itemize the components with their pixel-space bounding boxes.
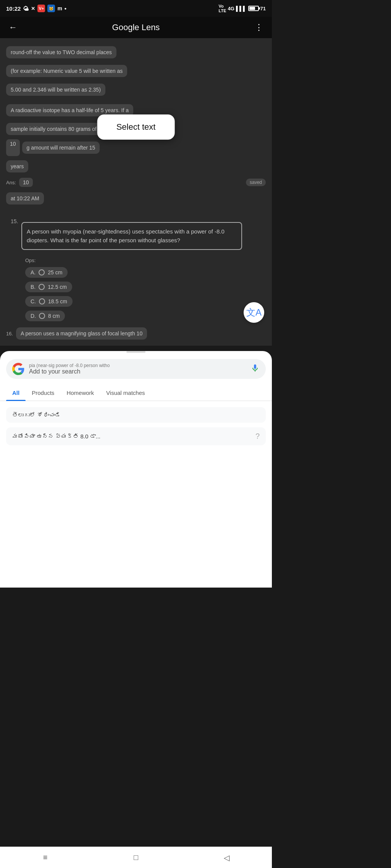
time-display: 10:22 xyxy=(6,5,21,12)
option-b-radio xyxy=(39,284,45,290)
chat-line-2: (for example: Numeric value 5 will be wr… xyxy=(6,63,266,79)
option-a-text: 25 cm xyxy=(48,269,62,275)
option-b-row: B. 12.5 cm xyxy=(25,282,266,292)
translate-icon: 文A xyxy=(246,306,262,319)
option-c-label: C. xyxy=(31,298,36,304)
tab-homework[interactable]: Homework xyxy=(60,385,100,401)
q16-text: A person uses a magnifying glass of foca… xyxy=(16,327,147,340)
bubble-2: (for example: Numeric value 5 will be wr… xyxy=(6,65,127,77)
q16-number: 16. xyxy=(6,331,13,337)
result-text-1: తెలుగులో శోధించండి xyxy=(12,412,260,418)
option-d-text: 8 cm xyxy=(48,313,60,319)
question-16-row: 16. A person uses a magnifying glass of … xyxy=(6,325,266,342)
option-c-text: 18.5 cm xyxy=(48,298,67,304)
result-row-2[interactable]: మయోపియా ఉన్న వ్యక్తి 8.0 డా... ? xyxy=(6,427,266,445)
options-section: Ops: A. 25 cm B. 12.5 cm C. 18.5 cm xyxy=(25,258,266,321)
tab-all[interactable]: All xyxy=(6,385,26,401)
mic-button[interactable] xyxy=(250,364,260,374)
network-label: 4G xyxy=(228,6,234,11)
bubble-1: round-off the value to TWO decimal place… xyxy=(6,46,116,58)
result-row-1[interactable]: తెలుగులో శోధించండి xyxy=(6,407,266,423)
select-text-label: Select text xyxy=(116,122,156,132)
bubble-6: g amount will remain after 15 xyxy=(22,142,100,154)
num-bubble-1: 10 xyxy=(6,139,20,156)
option-d: D. 8 cm xyxy=(25,311,65,321)
result-text-2: మయోపియా ఉన్న వ్యక్తి 8.0 డా... xyxy=(12,433,249,440)
triangle-icon: ◁ xyxy=(224,853,229,862)
x-icon: ✕ xyxy=(31,6,35,11)
question-15-row: 15. A person with myopia (near-sightedne… xyxy=(6,218,266,254)
notification-icon-red: V+ xyxy=(37,5,45,12)
lens-header: ← Google Lens ⋮ xyxy=(0,17,272,38)
tab-products[interactable]: Products xyxy=(26,385,60,401)
time-label: at 10:22 AM xyxy=(6,192,44,205)
help-icon: ? xyxy=(255,432,260,441)
option-c-radio xyxy=(39,298,45,304)
m-icon: m xyxy=(57,5,62,11)
search-preview-text-1: pia (near-sig power of -8.0 person witho xyxy=(29,363,246,368)
select-text-popup[interactable]: Select text xyxy=(97,114,175,140)
years-bubble: years xyxy=(6,160,28,172)
chat-line-3: 5.00 and 2.346 will be written as 2.35) xyxy=(6,81,266,98)
signal-icon: ▌▌▌ xyxy=(236,6,247,11)
ans-value: 10 xyxy=(19,178,33,187)
app-title: Google Lens xyxy=(112,23,160,32)
battery-icon xyxy=(248,6,259,11)
inline-bubbles: 10 g amount will remain after 15 xyxy=(6,139,266,156)
option-d-radio xyxy=(39,313,45,319)
option-a-label: A. xyxy=(31,269,36,275)
ops-row: Ops: xyxy=(25,258,266,263)
background-content: round-off the value to TWO decimal place… xyxy=(0,38,272,346)
square-icon: □ xyxy=(134,853,138,862)
home-button[interactable]: □ xyxy=(126,850,145,865)
option-c-row: C. 18.5 cm xyxy=(25,296,266,307)
status-left: 10:22 🌤 ✕ V+ 🐱 m • xyxy=(6,5,66,12)
google-logo xyxy=(12,363,24,375)
battery-fill xyxy=(249,7,255,10)
tab-visual-matches[interactable]: Visual matches xyxy=(100,385,151,401)
tabs-row: All Products Homework Visual matches xyxy=(0,385,272,401)
option-b-text: 12.5 cm xyxy=(48,284,67,290)
answer-row: Ans: 10 saved xyxy=(6,178,266,187)
ops-label: Ops: xyxy=(25,258,36,263)
search-preview: pia (near-sig power of -8.0 person witho… xyxy=(29,363,246,375)
battery-percent: 71 xyxy=(260,6,266,11)
volte-label: VoLTE xyxy=(219,4,226,13)
translate-fab[interactable]: 文A xyxy=(244,302,264,323)
status-bar: 10:22 🌤 ✕ V+ 🐱 m • VoLTE 4G ▌▌▌ 71 xyxy=(0,0,272,17)
years-line: years xyxy=(6,158,266,175)
time-line: at 10:22 AM xyxy=(6,190,266,207)
bubble-3: 5.00 and 2.346 will be written as 2.35) xyxy=(6,84,105,96)
saved-badge: saved xyxy=(246,179,266,186)
drag-handle xyxy=(126,351,145,353)
search-bar[interactable]: pia (near-sig power of -8.0 person witho… xyxy=(6,359,266,379)
option-b: B. 12.5 cm xyxy=(25,282,72,292)
ans-label: Ans: xyxy=(6,180,16,185)
notification-icon-blue: 🐱 xyxy=(47,5,55,12)
option-d-row: D. 8 cm xyxy=(25,311,266,321)
back-button[interactable]: ← xyxy=(6,21,20,34)
hamburger-button[interactable]: ≡ xyxy=(36,850,55,865)
status-right: VoLTE 4G ▌▌▌ 71 xyxy=(219,4,266,13)
menu-button[interactable]: ⋮ xyxy=(252,21,266,34)
option-b-label: B. xyxy=(31,284,36,290)
bottom-sheet: pia (near-sig power of -8.0 person witho… xyxy=(0,351,272,588)
dot-icon: • xyxy=(65,5,66,12)
hamburger-icon: ≡ xyxy=(43,853,48,862)
nav-bar: ≡ □ ◁ xyxy=(0,847,272,868)
option-a: A. 25 cm xyxy=(25,267,68,278)
option-a-radio xyxy=(39,269,45,275)
chat-line-1: round-off the value to TWO decimal place… xyxy=(6,44,266,61)
search-input[interactable]: Add to your search xyxy=(29,368,246,375)
results-area: తెలుగులో శోధించండి మయోపియా ఉన్న వ్యక్తి … xyxy=(0,401,272,456)
back-nav-button[interactable]: ◁ xyxy=(217,850,236,865)
mic-icon xyxy=(250,364,260,373)
question-15-number: 15. xyxy=(11,218,18,224)
option-d-label: D. xyxy=(31,313,36,319)
weather-icon: 🌤 xyxy=(23,5,29,12)
question-15-text: A person with myopia (near-sightedness) … xyxy=(21,222,242,250)
option-c: C. 18.5 cm xyxy=(25,296,73,307)
bubble-5: sample initially contains 80 grams of it… xyxy=(6,123,107,135)
option-a-row: A. 25 cm xyxy=(25,267,266,278)
